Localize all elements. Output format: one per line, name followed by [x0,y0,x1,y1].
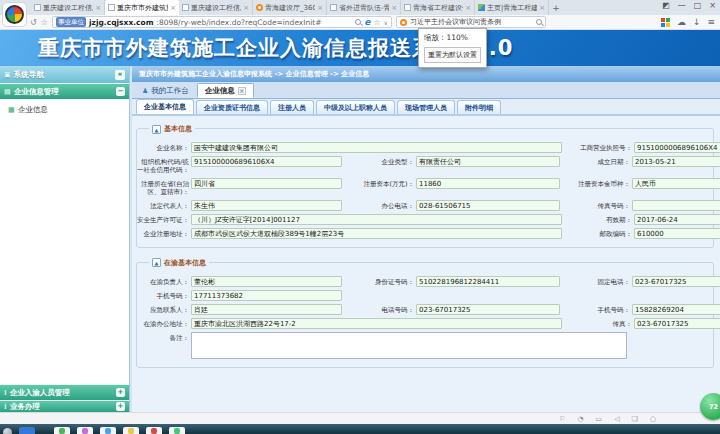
fax-number-input[interactable] [632,200,720,211]
search-box[interactable]: 习近平主持会议审议问责条例 [396,16,546,28]
subtab-qualification[interactable]: 企业资质证书信息 [196,100,268,114]
office-tel-input[interactable]: 028-61506715 [416,200,560,211]
minimize-button[interactable]: — [678,1,686,10]
registered-address-input[interactable]: 成都市武侯区武侯大道双楠段389号1幢2层23号 [191,228,562,239]
fieldset-chongqing-info: ▲ 在渝基本信息 在渝负责人： 董伦彬 身份证号码： 5102281968122… [136,262,714,368]
sidebar-group-enterprise-info[interactable]: ▤ 企业信息管理 − [0,83,129,99]
sidebar-item-enterprise-info[interactable]: ▦ 企业信息 [0,103,129,117]
tab-close-icon[interactable]: × [539,4,545,12]
subtab-attachments[interactable]: 附件明细 [457,100,501,114]
restore-button[interactable]: ↺ [30,16,37,29]
url-path: :8098/ry-web/index.do?reqCode=indexInit# [157,18,353,27]
clipboard-icon[interactable]: ▭ [596,415,603,423]
tab-close-icon[interactable]: × [170,4,176,12]
browser-tab-1[interactable]: 重庆建设工程信息网× [31,0,105,15]
landline-input[interactable]: 023-67017325 [632,276,720,287]
province-input[interactable]: 四川省 [191,178,342,189]
browser-logo[interactable] [2,2,27,27]
capital-input[interactable]: 11860 [416,178,560,189]
sidebar-group-personnel[interactable]: ⁞ 企业入渝人员管理 + [0,384,129,400]
taskbar-app-icon[interactable] [77,427,93,434]
close-button[interactable]: × [709,1,716,10]
url-input[interactable]: 事业单位 jzjg.cqjsxx.com :8098/ry-web/index.… [52,16,392,28]
start-button[interactable] [3,428,12,434]
tab-close-icon[interactable]: × [465,4,471,12]
bookmark-star-icon[interactable]: ☆ [373,18,380,27]
apps-grid-icon[interactable] [661,18,670,27]
history-icon[interactable]: ◔ [577,415,583,423]
url-dropdown-icon[interactable]: ∨ [384,19,388,26]
subtab-site-managers[interactable]: 现场管理人员 [397,100,455,114]
valid-until-input[interactable]: 2017-06-24 [634,214,720,225]
maximize-button[interactable]: □ [694,1,702,10]
taskbar-app-icon[interactable] [100,427,116,434]
download-icon[interactable]: ↓ [693,17,701,27]
collapse-minus-icon[interactable]: − [116,87,125,96]
tab-enterprise-info[interactable]: 企业信息 × [197,83,254,98]
new-tab-button[interactable]: + [549,2,563,15]
tab-close-icon[interactable]: × [243,4,249,12]
company-name-input[interactable]: 国安中建建设集团有限公司 [191,142,562,153]
subtab-row: 企业基本信息 企业资质证书信息 注册人员 中级及以上职称人员 现场管理人员 附件… [132,99,720,116]
tab-close-icon[interactable]: × [238,87,246,95]
zoom-reset-button[interactable]: 重置为默认设置 [424,47,481,63]
taskbar-app-icon[interactable] [54,427,70,434]
safety-cert-input[interactable]: （川）JZ安许证字[2014]001127 [191,214,562,225]
cloud-sync-icon[interactable]: ☁ [677,17,686,27]
media-icon[interactable]: ◁ [614,415,619,423]
search-go-icon[interactable] [536,19,542,25]
fieldset-collapse-icon[interactable]: ▲ [152,125,161,134]
mobile-input[interactable]: 17711373682 [191,290,342,301]
subtab-mid-title-personnel[interactable]: 中级及以上职称人员 [316,100,395,114]
sidebar-group-business[interactable]: ⁞ 业务办理 + [0,400,129,412]
legal-person-input[interactable]: 朱生伟 [191,200,342,211]
field-label: 工商营业执照号： [562,142,632,152]
company-type-input[interactable]: 有限责任公司 [416,156,560,167]
browser-tab-2-active[interactable]: 重庆市市外建筑施工企...× [105,0,179,15]
skin-icon[interactable]: ◩ [662,1,670,10]
menu-icon[interactable]: ≡ [707,17,715,27]
zoom-icon[interactable]: ○ [650,415,656,423]
accelerator-ball[interactable]: 72 [700,393,720,420]
taskbar-app-icon[interactable] [123,427,139,434]
browser-tab-7[interactable]: 主页|青海工程建设监...× [475,0,549,15]
subtab-basic-info[interactable]: 企业基本信息 [136,99,194,114]
fieldset-collapse-icon[interactable]: ▲ [152,258,161,267]
browser-tab-4[interactable]: 青海建设厅_360搜索× [253,0,327,15]
tab-close-icon[interactable]: × [317,4,323,12]
browser-tab-6[interactable]: 青海省工程建设信息网× [401,0,475,15]
zip-code-input[interactable]: 610000 [634,228,720,239]
field-label: 成立日期： [560,156,630,166]
compat-mode-icon[interactable]: e [364,17,370,27]
window-icon[interactable]: ❑ [632,415,638,423]
page-tab-row: ♟ 我的工作台 企业信息 × [132,82,720,99]
contact-mobile-input[interactable]: 15828269204 [632,304,720,315]
org-code-input[interactable]: 9151000006896106X4 [191,156,342,167]
tab-my-workbench[interactable]: ♟ 我的工作台 [135,83,196,98]
expand-plus-icon[interactable]: + [116,402,125,411]
search-icon[interactable] [355,19,361,25]
browser-tab-3[interactable]: 重庆建设工程信息网× [179,0,253,15]
contact-tel-input[interactable]: 023-67017325 [416,304,560,315]
tab-close-icon[interactable]: × [391,4,397,12]
sidebar-collapse-button[interactable]: « [115,70,125,80]
emergency-contact-input[interactable]: 肖廷 [191,304,342,315]
cq-manager-input[interactable]: 董伦彬 [191,276,342,287]
taskbar-app-icon[interactable] [146,427,162,434]
business-license-input[interactable]: 9151000006896106X4 [634,142,720,153]
taskbar-app-icon[interactable] [19,427,35,434]
fieldset-basic-info: ▲ 基本信息 企业名称： 国安中建建设集团有限公司 工商营业执照号： 91510… [136,128,714,248]
browser-tab-5[interactable]: 省外进青队伍-青海省...× [327,0,401,15]
taskbar-app-icon[interactable] [169,427,185,434]
favorite-star-icon[interactable]: ☆ [41,16,48,29]
cq-office-address-input[interactable]: 重庆市渝北区洪湖西路22号17-2 [191,318,562,329]
cq-fax-input[interactable]: 023-67017325 [634,318,720,329]
remark-textarea[interactable] [191,332,627,359]
subtab-registered-personnel[interactable]: 注册人员 [270,100,314,114]
founded-date-input[interactable]: 2013-05-21 [632,156,720,167]
id-card-input[interactable]: 510228196812284411 [416,276,560,287]
flag-icon[interactable]: ⚐ [559,415,565,423]
tab-close-icon[interactable]: × [95,4,101,12]
currency-input[interactable]: 人民币 [632,178,720,189]
expand-plus-icon[interactable]: + [116,388,125,397]
